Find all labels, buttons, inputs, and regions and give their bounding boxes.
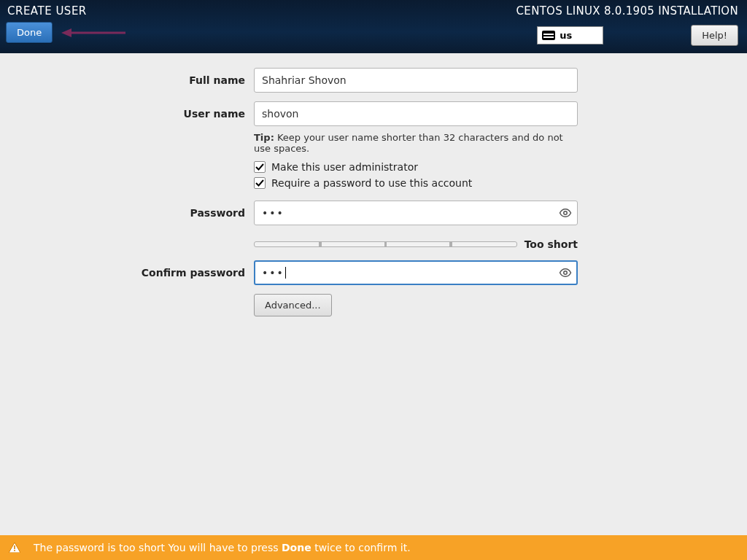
show-password-icon[interactable] [559, 206, 572, 219]
fullname-input[interactable] [254, 68, 578, 93]
warning-text: The password is too short You will have … [34, 542, 411, 553]
done-button[interactable]: Done [6, 22, 53, 43]
keyboard-icon [542, 31, 555, 40]
requirepw-checkbox[interactable] [254, 177, 266, 189]
confirm-password-label: Confirm password [0, 267, 254, 279]
username-tip: Tip: Keep your user name shorter than 32… [254, 132, 578, 154]
password-value: ••• [262, 207, 285, 219]
username-label: User name [0, 108, 254, 120]
tip-prefix: Tip: [254, 132, 274, 143]
pointer-arrow-icon [61, 28, 127, 38]
warning-bar: The password is too short You will have … [0, 535, 747, 560]
password-input[interactable]: ••• [254, 201, 578, 225]
row-username: User name [0, 101, 747, 126]
requirepw-checkbox-label: Require a password to use this account [271, 177, 472, 189]
row-requirepw-checkbox: Require a password to use this account [0, 177, 747, 189]
help-button[interactable]: Help! [691, 25, 738, 46]
confirm-password-input[interactable]: ••• [254, 260, 578, 285]
form-area: Full name User name Tip: Keep your user … [0, 53, 747, 535]
password-strength-label: Too short [525, 238, 578, 250]
keyboard-layout-label: us [560, 30, 572, 41]
svg-rect-5 [14, 545, 15, 549]
svg-marker-1 [61, 28, 71, 37]
keyboard-layout-indicator[interactable]: us [537, 26, 603, 44]
svg-point-2 [564, 211, 568, 215]
row-admin-checkbox: Make this user administrator [0, 161, 747, 173]
warning-icon [9, 542, 20, 553]
password-label: Password [0, 207, 254, 219]
password-strength-meter [254, 241, 517, 247]
row-tip: Tip: Keep your user name shorter than 32… [0, 132, 747, 154]
username-input[interactable] [254, 101, 578, 126]
admin-checkbox-label: Make this user administrator [271, 161, 418, 173]
row-strength: Too short [0, 234, 747, 260]
svg-rect-6 [14, 550, 15, 551]
row-fullname: Full name [0, 68, 747, 93]
show-confirm-password-icon[interactable] [559, 266, 572, 279]
confirm-password-value: ••• [262, 267, 285, 279]
header: CREATE USER Done CENTOS LINUX 8.0.1905 I… [0, 0, 747, 53]
tip-text: Keep your user name shorter than 32 char… [254, 132, 563, 154]
row-password: Password ••• [0, 201, 747, 225]
admin-checkbox[interactable] [254, 161, 266, 173]
fullname-label: Full name [0, 74, 254, 86]
text-cursor [285, 267, 286, 279]
row-confirm-password: Confirm password ••• [0, 260, 747, 285]
advanced-button[interactable]: Advanced... [254, 294, 332, 316]
svg-point-3 [564, 271, 568, 275]
install-title: CENTOS LINUX 8.0.1905 INSTALLATION [516, 4, 738, 18]
row-advanced: Advanced... [0, 294, 747, 316]
